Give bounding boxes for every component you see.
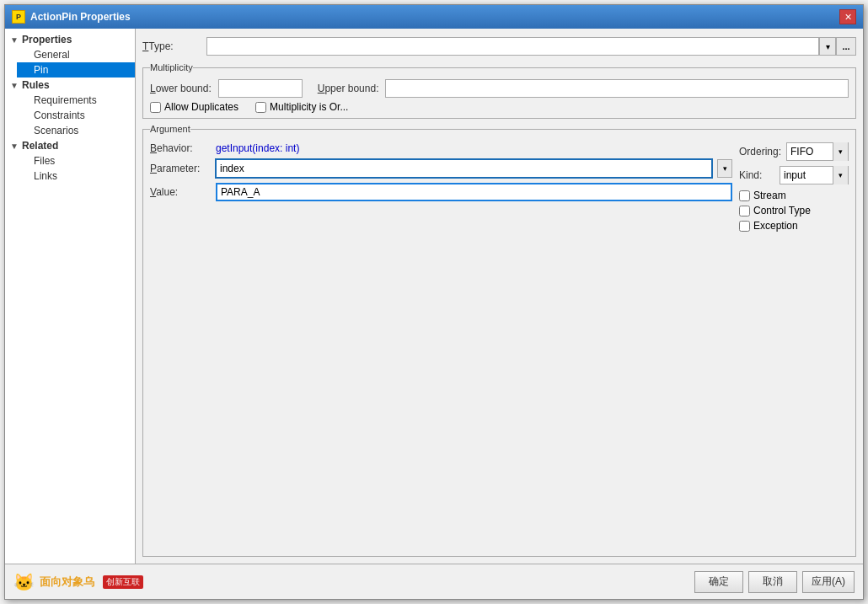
ordering-label: Ordering:	[739, 146, 781, 158]
tree-label-pin: Pin	[34, 64, 48, 76]
exception-label: Exception	[753, 220, 798, 232]
allow-duplicates-checkbox[interactable]	[150, 102, 161, 113]
parameter-row: Parameter: ▾	[150, 159, 732, 178]
parameter-input[interactable]	[216, 159, 712, 178]
tree-item-pin[interactable]: Pin	[17, 62, 135, 78]
parameter-combo-arrow[interactable]: ▾	[717, 159, 732, 178]
expander-properties: ▼	[8, 35, 20, 45]
expander-rules: ▼	[8, 81, 20, 90]
tree-label-constraints: Constraints	[34, 110, 85, 121]
multiplicity-is-or-checkbox-label[interactable]: Multiplicity is Or...	[255, 101, 348, 113]
tree-label-properties: Properties	[22, 34, 72, 45]
expander-related: ▼	[8, 142, 20, 151]
kind-row: Kind: input ▾	[739, 166, 849, 184]
title-bar: P ActionPin Properties ✕	[5, 5, 863, 29]
tree-item-files[interactable]: Files	[17, 153, 135, 168]
stream-checkbox[interactable]	[739, 190, 750, 201]
argument-legend: Argument	[150, 124, 190, 134]
argument-left: Behavior: getInput(index: int) Parameter…	[150, 142, 732, 235]
content-panel: TType: ▾ ... Multiplicity Lower bound:	[136, 29, 863, 564]
upper-bound-label: Upper bound:	[318, 83, 379, 94]
tree-label-links: Links	[34, 170, 57, 182]
type-dots-button[interactable]: ...	[836, 37, 856, 56]
multiplicity-is-or-checkbox[interactable]	[255, 102, 266, 113]
tree-panel: ▼ Properties General Pin ▼ Rules Require…	[5, 29, 136, 564]
multiplicity-legend: Multiplicity	[150, 62, 193, 72]
ordering-combo-arrow[interactable]: ▾	[833, 142, 848, 161]
bottom-buttons: 确定 取消 应用(A)	[694, 571, 855, 593]
title-bar-left: P ActionPin Properties	[12, 10, 131, 24]
type-input[interactable]	[206, 37, 819, 56]
checkbox-row: Allow Duplicates Multiplicity is Or...	[150, 101, 849, 113]
tree-item-general[interactable]: General	[17, 47, 135, 62]
tree-label-requirements: Requirements	[34, 94, 97, 106]
ordering-value: FIFO	[787, 146, 833, 158]
multiplicity-section: Multiplicity Lower bound: Upper bound: A…	[142, 62, 856, 119]
behavior-value: getInput(index: int)	[216, 142, 299, 154]
cancel-button[interactable]: 取消	[748, 571, 797, 593]
kind-label: Kind:	[739, 169, 774, 181]
kind-combo-arrow[interactable]: ▾	[833, 166, 848, 184]
tree-item-requirements[interactable]: Requirements	[17, 93, 135, 108]
allow-duplicates-label: Allow Duplicates	[164, 101, 238, 113]
ordering-row: Ordering: FIFO ▾	[739, 142, 849, 161]
control-type-checkbox[interactable]	[739, 206, 750, 216]
argument-main: Behavior: getInput(index: int) Parameter…	[150, 142, 849, 235]
value-row: Value:	[150, 183, 732, 201]
parameter-label: Parameter:	[150, 163, 211, 174]
exception-row: Exception	[739, 220, 849, 232]
close-button[interactable]: ✕	[839, 9, 856, 24]
lower-bound-input[interactable]	[218, 79, 303, 98]
control-type-label: Control Type	[753, 205, 811, 216]
multiplicity-is-or-label: Multiplicity is Or...	[270, 101, 348, 113]
dialog-window: P ActionPin Properties ✕ ▼ Properties Ge…	[4, 4, 864, 600]
tree-item-links[interactable]: Links	[17, 168, 135, 184]
stream-row: Stream	[739, 190, 849, 201]
behavior-row: Behavior: getInput(index: int)	[150, 142, 732, 154]
tree-item-related[interactable]: ▼ Related	[5, 138, 135, 153]
tree-item-rules[interactable]: ▼ Rules	[5, 78, 135, 93]
tree-label-general: General	[34, 49, 70, 61]
logo-badge: 创新互联	[103, 575, 143, 589]
tree-label-rules: Rules	[22, 79, 50, 91]
kind-value: input	[780, 169, 833, 181]
stream-label: Stream	[753, 190, 786, 201]
ok-button[interactable]: 确定	[694, 571, 743, 593]
bottom-bar: 🐱 面向对象乌 创新互联 确定 取消 应用(A)	[5, 564, 863, 599]
tree-item-properties[interactable]: ▼ Properties	[5, 32, 135, 47]
dialog-icon: P	[12, 10, 25, 24]
lower-bound-label: Lower bound:	[150, 83, 212, 94]
apply-button[interactable]: 应用(A)	[802, 571, 855, 593]
control-type-row: Control Type	[739, 205, 849, 216]
value-label: Value:	[150, 186, 211, 198]
tree-label-files: Files	[34, 155, 55, 167]
allow-duplicates-checkbox-label[interactable]: Allow Duplicates	[150, 101, 238, 113]
argument-section: Argument Behavior: getInput(index: int)	[142, 124, 856, 557]
type-combo-button[interactable]: ▾	[819, 37, 836, 56]
multiplicity-fields: Lower bound: Upper bound:	[150, 79, 849, 98]
exception-checkbox[interactable]	[739, 221, 750, 232]
upper-bound-input[interactable]	[385, 79, 849, 98]
value-input[interactable]	[216, 183, 732, 201]
argument-right: Ordering: FIFO ▾ Kind: input ▾	[739, 142, 849, 235]
type-label: TType:	[142, 40, 201, 52]
bottom-left: 🐱 面向对象乌 创新互联	[13, 572, 143, 592]
behavior-label: Behavior:	[150, 142, 211, 154]
tree-item-constraints[interactable]: Constraints	[17, 108, 135, 123]
tree-label-related: Related	[22, 140, 58, 152]
dialog-body: ▼ Properties General Pin ▼ Rules Require…	[5, 29, 863, 564]
watermark-text: 面向对象乌	[40, 575, 94, 590]
tree-item-scenarios[interactable]: Scenarios	[17, 123, 135, 138]
dialog-title: ActionPin Properties	[30, 11, 131, 23]
tree-label-scenarios: Scenarios	[34, 125, 78, 136]
